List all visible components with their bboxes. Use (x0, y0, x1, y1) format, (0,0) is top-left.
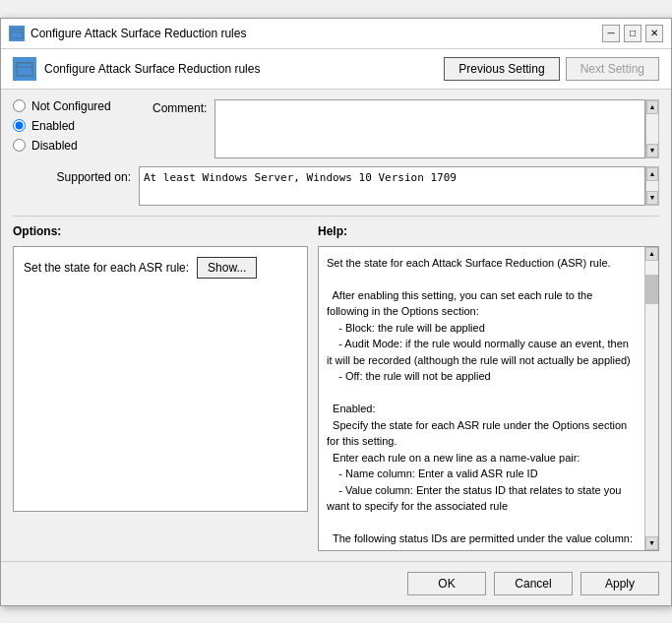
help-header: Help: (318, 224, 659, 238)
svg-rect-4 (17, 63, 32, 76)
bottom-bar: OK Cancel Apply (1, 561, 671, 605)
header-title: Configure Attack Surface Reduction rules (44, 62, 260, 76)
previous-setting-button[interactable]: Previous Setting (444, 57, 559, 81)
help-para-8: Enter each rule on a new line as a name-… (327, 450, 637, 467)
header-buttons: Previous Setting Next Setting (444, 57, 659, 81)
help-para-12: - 1 (Block) (327, 547, 637, 550)
supported-on-label: Supported on: (13, 166, 131, 184)
comment-scroll-up[interactable]: ▲ (646, 100, 658, 114)
help-para-6: Enabled: (327, 401, 637, 417)
help-para-7: Specify the state for each ASR rule unde… (327, 417, 637, 450)
radio-not-configured[interactable]: Not Configured (13, 99, 141, 113)
help-scroll-thumb[interactable] (645, 275, 658, 304)
comment-label: Comment: (153, 99, 207, 115)
close-button[interactable]: ✕ (645, 25, 663, 42)
title-bar-left: Configure Attack Surface Reduction rules (9, 26, 246, 41)
header-left: Configure Attack Surface Reduction rules (13, 57, 260, 81)
header-icon (13, 57, 36, 81)
help-para-9: - Name column: Enter a valid ASR rule ID (327, 466, 637, 482)
main-content: Not Configured Enabled Disabled Comment:… (1, 90, 671, 561)
supported-scroll-up[interactable]: ▲ (646, 167, 658, 181)
next-setting-button: Next Setting (566, 57, 659, 81)
header-bar: Configure Attack Surface Reduction rules… (1, 49, 671, 90)
help-para-3: - Block: the rule will be applied (327, 320, 637, 337)
maximize-button[interactable]: □ (624, 25, 641, 42)
radio-disabled-label: Disabled (31, 139, 78, 153)
supported-on-row: Supported on: ▲ ▼ (13, 166, 659, 206)
options-header: Options: (13, 224, 308, 238)
radio-enabled-input[interactable] (13, 119, 26, 132)
help-scrollbar[interactable]: ▲ ▼ (644, 247, 658, 550)
help-para-10: - Value column: Enter the status ID that… (327, 482, 637, 515)
help-para-2: After enabling this setting, you can set… (327, 287, 637, 320)
supported-scroll-down[interactable]: ▼ (646, 191, 658, 205)
radio-not-configured-label: Not Configured (31, 99, 111, 113)
minimize-button[interactable]: ─ (602, 25, 620, 42)
options-inner: Set the state for each ASR rule: Show... (13, 246, 308, 512)
help-para-4: - Audit Mode: if the rule would normally… (327, 336, 637, 368)
radio-comment-row: Not Configured Enabled Disabled Comment:… (13, 99, 659, 158)
title-bar-text: Configure Attack Surface Reduction rules (31, 27, 246, 40)
help-scroll-down[interactable]: ▼ (645, 536, 658, 550)
radio-enabled[interactable]: Enabled (13, 119, 141, 133)
supported-on-textarea (139, 166, 645, 206)
ok-button[interactable]: OK (407, 572, 486, 595)
comment-wrapper: ▲ ▼ (214, 99, 659, 158)
supported-scrollbar[interactable]: ▲ ▼ (645, 166, 659, 206)
svg-rect-0 (11, 30, 23, 38)
asr-label: Set the state for each ASR rule: (24, 261, 189, 275)
options-section: Options: Set the state for each ASR rule… (13, 224, 308, 551)
help-scroll-up[interactable]: ▲ (645, 247, 658, 261)
help-inner: Set the state for each Attack Surface Re… (318, 246, 659, 551)
apply-button[interactable]: Apply (580, 572, 659, 595)
radio-disabled[interactable]: Disabled (13, 139, 141, 153)
radio-not-configured-input[interactable] (13, 99, 26, 112)
cancel-button[interactable]: Cancel (494, 572, 573, 595)
asr-row: Set the state for each ASR rule: Show... (24, 257, 297, 279)
help-section: Help: Set the state for each Attack Surf… (308, 224, 659, 551)
comment-section: Comment: ▲ ▼ (153, 99, 659, 158)
title-bar-controls: ─ □ ✕ (602, 25, 663, 42)
title-bar: Configure Attack Surface Reduction rules… (1, 19, 671, 49)
two-col: Options: Set the state for each ASR rule… (13, 224, 659, 551)
radio-disabled-input[interactable] (13, 139, 26, 152)
help-para-1: Set the state for each Attack Surface Re… (327, 255, 637, 272)
comment-textarea[interactable] (214, 99, 645, 158)
main-window: Configure Attack Surface Reduction rules… (0, 18, 672, 606)
radio-enabled-label: Enabled (31, 119, 75, 133)
comment-scrollbar[interactable]: ▲ ▼ (645, 99, 659, 158)
comment-scroll-down[interactable]: ▼ (646, 144, 658, 157)
supported-on-box: ▲ ▼ (139, 166, 659, 206)
show-button[interactable]: Show... (197, 257, 257, 279)
divider (13, 216, 659, 217)
help-para-11: The following status IDs are permitted u… (327, 530, 637, 547)
help-para-5: - Off: the rule will not be applied (327, 368, 637, 385)
help-text: Set the state for each Attack Surface Re… (319, 247, 644, 550)
radio-group: Not Configured Enabled Disabled (13, 99, 141, 153)
window-icon (9, 26, 25, 41)
